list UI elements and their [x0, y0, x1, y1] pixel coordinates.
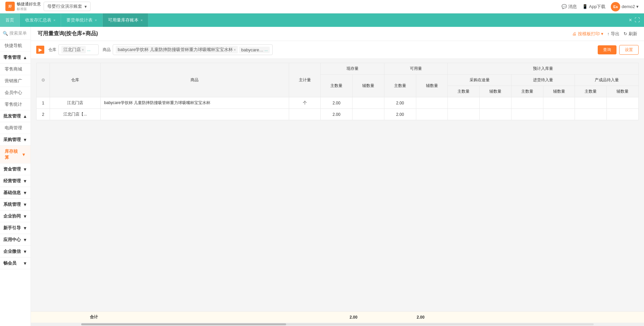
row-warehouse: 江北门店【...	[50, 109, 101, 120]
tab-receipts-close[interactable]: ×	[53, 18, 55, 22]
tab-available[interactable]: 可用量库存账本 ×	[103, 13, 148, 27]
retail-expand-icon: ▲	[23, 55, 27, 60]
product-tag-1-remove[interactable]: ×	[234, 48, 236, 52]
sidebar-item-retail-stats[interactable]: 零售统计	[0, 99, 31, 110]
close-all-icon[interactable]: ×	[629, 17, 632, 23]
sidebar: 🔍 搜索菜单 快捷导航 零售管理 ▲ 零售商城 营销推广 会员中心 零售统计 批…	[0, 27, 31, 326]
warehouse-input[interactable]: 江北门店 × ...	[58, 44, 99, 55]
search-label: 搜索菜单	[9, 30, 27, 36]
user-name: demo2	[622, 4, 635, 9]
th-production-pending: 产成品待入量	[575, 75, 639, 86]
data-table: ⚙ 仓库 商品 主计量 现存量 可用量 预计入库量 主数量 辅数量 主数量 辅数…	[36, 63, 639, 120]
row-no: 2	[37, 109, 50, 120]
download-icon: 📱	[582, 4, 588, 9]
app-download-label: App下载	[589, 4, 605, 10]
th-avail-main: 主数量	[384, 75, 416, 97]
product-tag-1: babycare学饮杯 儿童防摔防撞吸管杯重力球吸嘴杯宝宝水杯 ×	[116, 46, 238, 53]
row-avail-aux	[416, 109, 448, 120]
query-button[interactable]: 查询	[598, 45, 616, 54]
message-icon: 💬	[561, 4, 567, 9]
settings-button[interactable]: 设置	[619, 45, 639, 55]
sidebar-section-finance[interactable]: 资金管理 ▼	[0, 164, 31, 175]
row-avail-main: 2.00	[384, 97, 416, 109]
row-stock-main: 2.00	[321, 97, 353, 109]
row-purchase-aux	[480, 97, 512, 109]
th-purchase-transit: 采购在途量	[448, 75, 512, 86]
tab-orders[interactable]: 要货单统计表 ×	[61, 13, 102, 27]
filter-bar: ▶ 仓库 江北门店 × ... 商品 babycare学饮杯 儿童防摔防撞吸管杯…	[31, 41, 644, 59]
tab-receipts[interactable]: 收发存汇总表 ×	[20, 13, 61, 27]
sidebar-search[interactable]: 🔍 搜索菜单	[0, 27, 31, 40]
warehouse-more-btn[interactable]: ...	[87, 47, 91, 52]
sidebar-section-enterprise[interactable]: 企业协同 ▼	[0, 211, 31, 222]
filter-buttons: 查询 设置	[598, 45, 639, 55]
industry-label: 母婴行业演示账套	[47, 3, 82, 9]
refresh-icon: ↻	[624, 31, 627, 36]
warehouse-tag-remove[interactable]: ×	[82, 48, 84, 52]
search-icon: 🔍	[3, 31, 8, 36]
row-incoming-main	[511, 97, 543, 109]
messages-label: 消息	[568, 4, 577, 10]
sidebar-section-wholesale[interactable]: 批发管理 ▲	[0, 110, 31, 122]
sidebar-item-marketing[interactable]: 营销推广	[0, 75, 31, 87]
th-incoming-pending: 进货待入量	[511, 75, 575, 86]
warehouse-label: 仓库	[48, 47, 56, 53]
footer-label: 合计	[90, 315, 98, 319]
messages-btn[interactable]: 💬 消息	[561, 4, 577, 10]
table-gear-icon[interactable]: ⚙	[41, 78, 45, 83]
template-print-btn[interactable]: 🖨 按模板打印 ▾	[572, 31, 603, 37]
purchase-expand-icon: ▼	[23, 137, 27, 142]
product-input[interactable]: babycare学饮杯 儿童防摔防撞吸管杯重力球吸嘴杯宝宝水杯 × babyca…	[113, 44, 273, 55]
wholesale-expand-icon: ▲	[23, 114, 27, 119]
sidebar-item-members[interactable]: 会员中心	[0, 87, 31, 99]
page-title: 可用量查询(按仓库+商品)	[38, 30, 98, 37]
row-incoming-main	[511, 109, 543, 120]
app-download-btn[interactable]: 📱 App下载	[582, 4, 605, 10]
row-unit: 个	[289, 97, 321, 109]
export-btn[interactable]: ↑ 导出	[607, 31, 620, 37]
scrollbar-track[interactable]	[81, 323, 594, 325]
tab-actions: × ⛶	[625, 17, 644, 23]
sidebar-item-retail-shop[interactable]: 零售商城	[0, 63, 31, 75]
footer-table: 合计 2.00 2.00	[36, 314, 639, 320]
sidebar-section-appstore[interactable]: 应用中心 ▼	[0, 234, 31, 246]
product-tag-2-value: babycare…	[241, 47, 263, 52]
user-menu[interactable]: Ea demo2 ▾	[611, 2, 639, 11]
product-more-btn[interactable]: ...	[264, 47, 268, 52]
top-bar-right: 💬 消息 📱 App下载 Ea demo2 ▾	[561, 2, 639, 11]
tab-home[interactable]: 首页	[0, 13, 20, 27]
th-incoming-main: 主数量	[511, 86, 543, 97]
sidebar-section-operations[interactable]: 经营管理 ▼	[0, 175, 31, 187]
refresh-label: 刷新	[629, 31, 637, 37]
row-purchase-aux	[480, 109, 512, 120]
printer-icon: 🖨	[572, 31, 577, 36]
expand-filter-btn[interactable]: ▶	[36, 46, 44, 54]
sidebar-section-inventory[interactable]: 库存核算 ▼	[0, 146, 31, 164]
sidebar-section-retail[interactable]: 零售管理 ▲	[0, 52, 31, 63]
sidebar-section-wechat[interactable]: 企业微信 ▼	[0, 246, 31, 258]
scrollbar-thumb	[81, 323, 286, 325]
table-row: 1江北门店babycare学饮杯 儿童防摔防撞吸管杯重力球吸嘴杯宝宝水杯个2.0…	[37, 97, 639, 109]
sidebar-section-system[interactable]: 系统管理 ▼	[0, 199, 31, 211]
tab-available-close[interactable]: ×	[141, 18, 143, 22]
sidebar-section-purchase[interactable]: 采购管理 ▼	[0, 134, 31, 146]
row-product: babycare学饮杯 儿童防摔防撞吸管杯重力球吸嘴杯宝宝水杯	[101, 97, 289, 109]
logo-icon: 好	[5, 2, 15, 11]
industry-selector[interactable]: 母婴行业演示账套 ▾	[44, 2, 91, 11]
row-avail-main: 2.00	[384, 109, 416, 120]
expand-icon[interactable]: ⛶	[635, 17, 640, 23]
template-dropdown-icon: ▾	[601, 31, 603, 36]
row-warehouse: 江北门店	[50, 97, 101, 109]
sidebar-item-quick-nav[interactable]: 快捷导航	[0, 40, 31, 52]
sidebar-section-newbie[interactable]: 新手引导 ▼	[0, 222, 31, 234]
sidebar-section-member[interactable]: 畅会员 ▼	[0, 258, 31, 269]
page-actions: 🖨 按模板打印 ▾ ↑ 导出 ↻ 刷新	[572, 31, 638, 37]
warehouse-filter: 仓库 江北门店 × ...	[48, 44, 99, 55]
refresh-btn[interactable]: ↻ 刷新	[624, 31, 637, 37]
product-filter: 商品 babycare学饮杯 儿童防摔防撞吸管杯重力球吸嘴杯宝宝水杯 × bab…	[103, 44, 273, 55]
user-dropdown-icon: ▾	[636, 4, 639, 9]
row-incoming-aux	[543, 109, 575, 120]
tab-orders-close[interactable]: ×	[95, 18, 97, 22]
sidebar-section-basic[interactable]: 基础信息 ▼	[0, 187, 31, 199]
sidebar-item-ecommerce[interactable]: 电商管理	[0, 122, 31, 134]
